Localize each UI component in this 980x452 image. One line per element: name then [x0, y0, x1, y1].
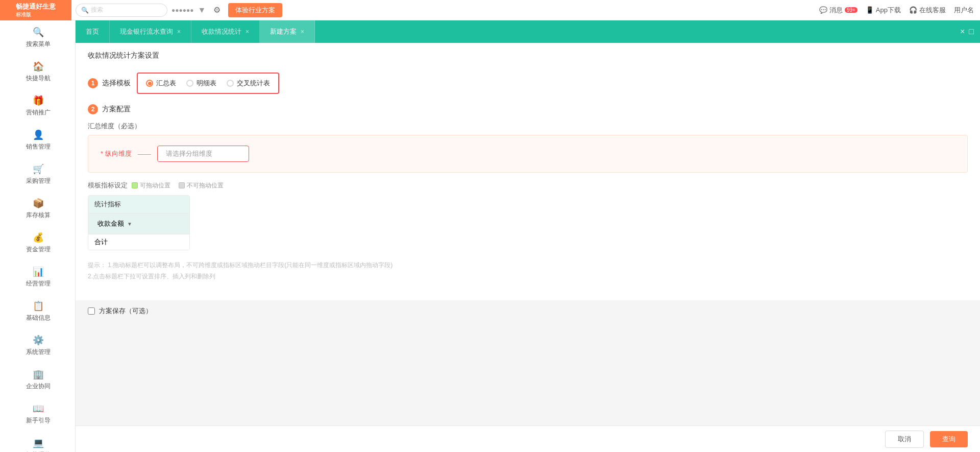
- summary-dimension-title: 汇总维度（必选）: [88, 122, 968, 131]
- sidebar-item-inventory[interactable]: 📦 库存核算: [0, 192, 75, 226]
- query-button[interactable]: 查询: [930, 431, 968, 447]
- search-menu-icon: 🔍: [33, 27, 44, 38]
- section-scheme: 2 方案配置 汇总维度（必选） 纵向维度 —— 请选择分组维度: [88, 104, 968, 282]
- metric-tag-label: 收款金额: [97, 219, 124, 228]
- dimension-area: 纵向维度 —— 请选择分组维度: [88, 135, 968, 173]
- save-checkbox[interactable]: [88, 307, 95, 315]
- section1-title-row: 1 选择模板: [88, 78, 131, 88]
- dimension-input[interactable]: 请选择分组维度: [157, 146, 249, 162]
- content-area: 首页 现金银行流水查询 × 收款情况统计 × 新建方案 × × □ 收款情况统计…: [76, 20, 980, 452]
- service-icon: 🎧: [909, 6, 917, 14]
- metric-tag[interactable]: 收款金额 ▼: [92, 217, 185, 231]
- sidebar-item-nav[interactable]: 🏠 快捷导航: [0, 55, 75, 89]
- user-icon: 👤: [33, 129, 44, 140]
- radio-summary[interactable]: 汇总表: [146, 79, 176, 88]
- sidebar-item-enterprise[interactable]: 🏢 企业协同: [0, 363, 75, 397]
- radio-cross-label: 交叉统计表: [237, 79, 270, 88]
- dropdown-icon[interactable]: ▼: [198, 6, 206, 15]
- download-btn[interactable]: 📱 App下载: [866, 6, 901, 15]
- message-label: 消息: [829, 6, 843, 15]
- section2-num: 2: [88, 104, 98, 114]
- hardware-icon: 💻: [33, 437, 44, 448]
- metric-total-row: 合计: [88, 234, 189, 250]
- tab-cashflow-label: 现金银行流水查询: [120, 27, 173, 36]
- service-btn[interactable]: 🎧 在线客服: [909, 6, 946, 15]
- hint-text-2: 2.点击标题栏下拉可设置排序、插入列和删除列: [88, 271, 968, 282]
- sidebar-item-basic[interactable]: 📋 基础信息: [0, 294, 75, 328]
- save-section: 方案保存（可选）: [76, 300, 980, 322]
- sidebar-item-system[interactable]: ⚙️ 系统管理: [0, 328, 75, 363]
- breadcrumb-nav: ●●●●●●: [172, 7, 194, 14]
- sidebar-item-label: 资金管理: [26, 245, 51, 254]
- metric-table: 统计指标 收款金额 ▼ 合计: [88, 195, 190, 250]
- section2-header: 2 方案配置: [88, 104, 968, 114]
- sidebar-item-search[interactable]: 🔍 搜索菜单: [0, 20, 75, 55]
- radio-detail[interactable]: 明细表: [186, 79, 216, 88]
- radio-cross[interactable]: 交叉统计表: [227, 79, 270, 88]
- sidebar-item-label: 快捷导航: [26, 74, 51, 83]
- tab-collection-close[interactable]: ×: [246, 28, 249, 35]
- sidebar-item-label: 营销推广: [26, 108, 51, 117]
- tab-new-scheme[interactable]: 新建方案 ×: [260, 20, 315, 43]
- tab-close-window[interactable]: ×: [960, 27, 965, 36]
- metric-tag-row: 收款金额 ▼: [88, 213, 189, 234]
- service-label: 在线客服: [919, 6, 946, 15]
- non-draggable-legend: 不可拖动位置: [179, 181, 224, 190]
- box-icon: 📦: [33, 198, 44, 209]
- cancel-button[interactable]: 取消: [885, 431, 924, 448]
- sidebar-item-label: 企业协同: [26, 382, 51, 391]
- sidebar-item-purchase[interactable]: 🛒 采购管理: [0, 157, 75, 192]
- tab-actions: × □: [960, 27, 980, 36]
- gear-icon: ⚙️: [33, 335, 44, 346]
- top-right-actions: 💬 消息 99+ 📱 App下载 🎧 在线客服 用户名: [819, 6, 974, 15]
- sidebar-item-sales[interactable]: 👤 销售管理: [0, 123, 75, 157]
- metric-total-label: 合计: [94, 238, 108, 246]
- sidebar-item-finance[interactable]: 💰 资金管理: [0, 226, 75, 260]
- message-icon: 💬: [819, 6, 827, 14]
- message-btn[interactable]: 💬 消息 99+: [819, 6, 857, 15]
- sidebar-item-operation[interactable]: 📊 经营管理: [0, 260, 75, 294]
- clipboard-icon: 📋: [33, 300, 44, 312]
- metric-chevron-icon: ▼: [127, 221, 132, 227]
- section1-title: 选择模板: [102, 79, 131, 88]
- gift-icon: 🎁: [33, 95, 44, 106]
- app-version: 标准版: [16, 11, 56, 18]
- metric-header: 模板指标设定 可拖动位置 不可拖动位置: [88, 181, 968, 190]
- drag-legend: 可拖动位置 不可拖动位置: [132, 181, 224, 190]
- sidebar-item-label: 系统管理: [26, 348, 51, 356]
- sidebar-item-label: 采购管理: [26, 177, 51, 185]
- settings-icon[interactable]: ⚙: [210, 3, 224, 17]
- book-icon: 📖: [33, 403, 44, 414]
- sidebar-item-marketing[interactable]: 🎁 营销推广: [0, 89, 75, 123]
- dimension-row: 纵向维度 —— 请选择分组维度: [101, 146, 955, 162]
- tab-collection[interactable]: 收款情况统计 ×: [191, 20, 260, 43]
- metric-settings: 模板指标设定 可拖动位置 不可拖动位置: [88, 181, 968, 252]
- footer-bar: 取消 查询: [76, 425, 980, 452]
- dimension-arrow: ——: [138, 150, 151, 158]
- draggable-dot: [132, 182, 138, 188]
- download-label: App下载: [876, 6, 901, 15]
- sidebar-item-guide[interactable]: 📖 新手引导: [0, 397, 75, 431]
- app-name: 畅捷通好生意: [16, 2, 56, 11]
- search-box[interactable]: 🔍 搜索: [76, 4, 167, 17]
- tab-bar: 首页 现金银行流水查询 × 收款情况统计 × 新建方案 × × □: [76, 20, 980, 43]
- page-title: 收款情况统计方案设置: [88, 51, 968, 64]
- tab-cashflow[interactable]: 现金银行流水查询 ×: [110, 20, 191, 43]
- chart-icon: 📊: [33, 266, 44, 277]
- radio-detail-label: 明细表: [197, 79, 216, 88]
- form-container: 收款情况统计方案设置 1 选择模板 汇总表: [76, 43, 980, 300]
- tab-home[interactable]: 首页: [76, 20, 110, 43]
- industry-btn[interactable]: 体验行业方案: [228, 3, 282, 17]
- top-bar: 畅捷通好生意 标准版 🔍 搜索 ●●●●●● ▼ ⚙ 体验行业方案 💬 消息 9…: [0, 0, 980, 20]
- tab-maximize-window[interactable]: □: [969, 27, 974, 36]
- sidebar-item-label: 经营管理: [26, 279, 51, 288]
- vertical-dimension-label: 纵向维度: [101, 149, 132, 158]
- app-logo: 畅捷通好生意 标准版: [0, 0, 71, 20]
- radio-summary-circle: [146, 80, 153, 87]
- tab-new-scheme-close[interactable]: ×: [301, 28, 304, 35]
- tab-cashflow-close[interactable]: ×: [177, 28, 181, 35]
- user-name[interactable]: 用户名: [954, 6, 974, 15]
- section-template: 1 选择模板 汇总表 明细表: [88, 73, 968, 94]
- section1-num: 1: [88, 78, 98, 88]
- sidebar-item-hardware[interactable]: 💻 智能硬件: [0, 431, 75, 452]
